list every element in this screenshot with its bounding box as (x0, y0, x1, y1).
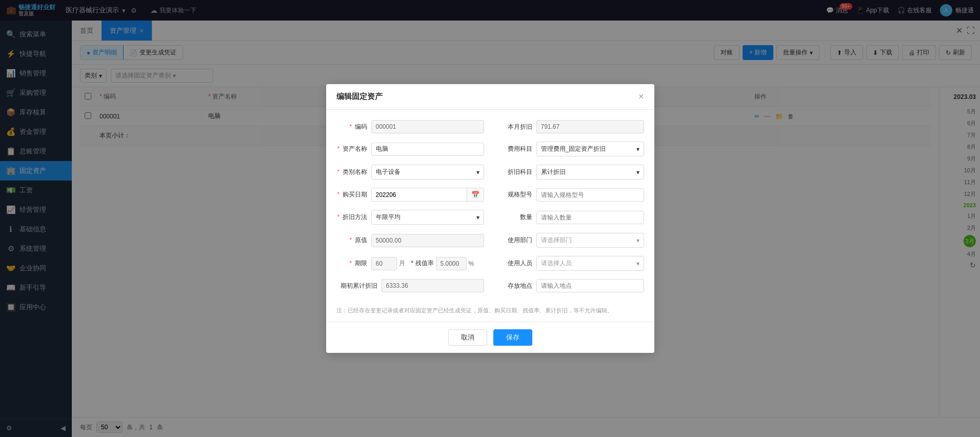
cancel-button[interactable]: 取消 (448, 329, 487, 346)
modal-body: * 编码 本月折旧 * 资产名称 (326, 110, 654, 303)
expense-subject-select[interactable]: 管理费用_固定资产折旧 ▾ (536, 142, 644, 156)
modal-close-btn[interactable]: × (638, 91, 644, 102)
form-row-monthly-depreciation: 本月折旧 (496, 120, 644, 133)
form-row-period: * 期限 月 * 残值率 % (336, 256, 484, 271)
quantity-input[interactable] (536, 211, 644, 224)
quantity-label: 数量 (496, 213, 532, 222)
form-row-purchase-date: * 购买日期 📅 (336, 188, 484, 202)
form-row-initial-accumulated: 期初累计折旧 (336, 279, 484, 292)
initial-accumulated-label: 期初累计折旧 (336, 282, 377, 290)
modal-overlay[interactable]: 编辑固定资产 × * 编码 本月折旧 (0, 0, 980, 437)
storage-location-label: 存放地点 (496, 282, 532, 290)
form-row-expense-subject: 费用科目 管理费用_固定资产折旧 ▾ (496, 142, 644, 156)
form-row-quantity: 数量 (496, 210, 644, 225)
save-button[interactable]: 保存 (493, 329, 532, 346)
department-arrow: ▾ (636, 237, 639, 244)
expense-subject-label: 费用科目 (496, 145, 532, 153)
spec-model-input[interactable] (536, 188, 644, 202)
monthly-depreciation-label: 本月折旧 (496, 123, 532, 131)
department-label: 使用部门 (496, 236, 532, 245)
period-input[interactable] (371, 257, 397, 270)
form-row-storage-location: 存放地点 (496, 279, 644, 292)
modal-title: 编辑固定资产 (336, 92, 383, 102)
initial-accumulated-input[interactable] (382, 279, 484, 292)
depreciation-subject-arrow: ▾ (636, 169, 639, 176)
spec-model-label: 规格型号 (496, 190, 532, 199)
calendar-icon[interactable]: 📅 (467, 188, 484, 201)
staff-arrow: ▾ (636, 260, 639, 267)
residual-rate-label: * 残值率 (411, 259, 434, 268)
category-name-label: * 类别名称 (336, 168, 367, 176)
residual-rate-input[interactable] (436, 257, 467, 270)
depreciation-method-label: * 折旧方法 (336, 213, 367, 222)
asset-name-label: * 资产名称 (336, 145, 367, 153)
original-value-label: * 原值 (336, 236, 367, 245)
code-input[interactable] (371, 120, 484, 133)
form-row-depreciation-method: * 折旧方法 年限平均 ▾ (336, 210, 484, 225)
form-row-code: * 编码 (336, 120, 484, 133)
form-row-department: 使用部门 请选择部门 ▾ (496, 233, 644, 248)
edit-fixed-asset-modal: 编辑固定资产 × * 编码 本月折旧 (326, 84, 654, 353)
form-row-category: * 类别名称 电子设备 ▾ (336, 165, 484, 180)
department-select[interactable]: 请选择部门 ▾ (536, 233, 644, 248)
residual-rate-unit: % (469, 260, 474, 267)
purchase-date-field: 📅 (371, 188, 484, 202)
asset-name-input[interactable] (371, 143, 484, 156)
staff-label: 使用人员 (496, 259, 532, 268)
purchase-date-label: * 购买日期 (336, 190, 367, 199)
depreciation-method-select[interactable]: 年限平均 ▾ (371, 210, 484, 225)
code-label: * 编码 (336, 123, 367, 131)
category-select[interactable]: 电子设备 ▾ (371, 165, 484, 180)
original-value-input[interactable] (371, 234, 484, 247)
modal-note: 注：已经存在变更记录或者对应固定资产已经生成凭证，原值、购买日期、残值率、累计折… (326, 303, 654, 322)
period-unit: 月 (399, 259, 405, 268)
depreciation-method-arrow: ▾ (476, 214, 479, 221)
period-label: * 期限 (336, 259, 367, 268)
staff-select[interactable]: 请选择人员 ▾ (536, 256, 644, 271)
modal-header: 编辑固定资产 × (326, 84, 654, 110)
storage-location-input[interactable] (536, 279, 644, 292)
depreciation-subject-label: 折旧科目 (496, 168, 532, 176)
form-row-staff: 使用人员 请选择人员 ▾ (496, 256, 644, 271)
purchase-date-input[interactable] (372, 188, 467, 201)
form-row-depreciation-subject: 折旧科目 累计折旧 ▾ (496, 165, 644, 180)
period-inline: 月 * 残值率 % (371, 257, 474, 270)
category-arrow: ▾ (476, 169, 479, 176)
expense-subject-arrow: ▾ (636, 146, 639, 153)
monthly-depreciation-input[interactable] (536, 120, 644, 133)
form-row-spec-model: 规格型号 (496, 188, 644, 202)
form-row-asset-name: * 资产名称 (336, 142, 484, 156)
modal-footer: 取消 保存 (326, 322, 654, 353)
depreciation-subject-select[interactable]: 累计折旧 ▾ (536, 165, 644, 180)
form-row-original-value: * 原值 (336, 233, 484, 248)
